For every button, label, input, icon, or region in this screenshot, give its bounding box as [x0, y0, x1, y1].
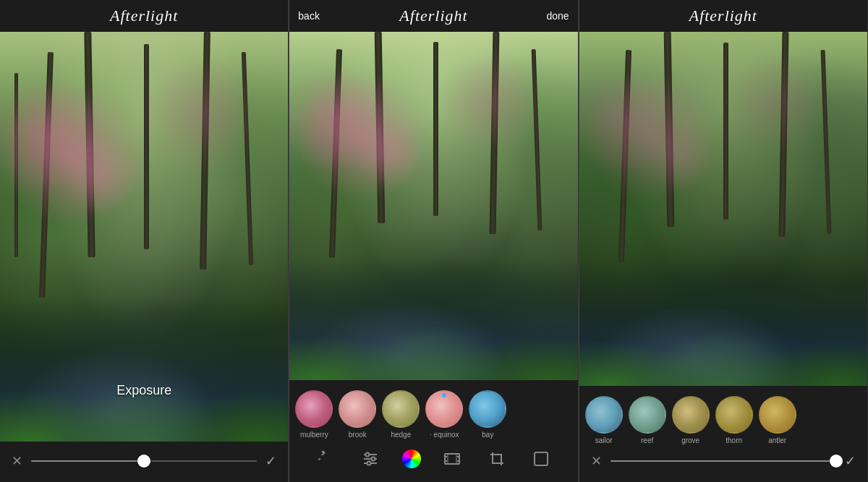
- filter-label-antler: antler: [768, 436, 786, 444]
- equinox-dot: [442, 393, 446, 397]
- filter-row-2: mulberry brook hedge · equinox bay: [289, 386, 577, 442]
- filter-label-equinox: · equinox: [430, 431, 459, 439]
- panel-1: Afterlight Exposure ✕ ✓: [0, 0, 289, 482]
- filter-label-thorn: thorn: [726, 436, 742, 444]
- check-icon-3[interactable]: ✓: [845, 453, 856, 469]
- svg-point-5: [367, 462, 371, 465]
- app-title-1: Afterlight: [110, 7, 178, 25]
- filter-thumb-equinox[interactable]: [425, 390, 463, 428]
- filter-label-bay: bay: [482, 431, 493, 439]
- forest-image-1: [0, 32, 288, 442]
- film-tool[interactable]: [439, 446, 465, 472]
- filter-thumb-thorn[interactable]: [715, 396, 753, 434]
- exposure-label: Exposure: [0, 383, 288, 398]
- slider-bar-1: ✕ ✓: [0, 447, 288, 475]
- slider-bar-3: ✕ ✓: [579, 447, 867, 475]
- header-3: Afterlight: [579, 0, 867, 32]
- foliage-3: [579, 280, 867, 386]
- filter-grove[interactable]: grove: [672, 396, 710, 444]
- panel-3: Afterlight sailor reef grove: [579, 0, 868, 482]
- panel-2: back Afterlight done mulberry brook: [289, 0, 578, 482]
- app-title-3: Afterlight: [689, 7, 757, 25]
- square-tool[interactable]: [528, 446, 554, 472]
- filter-thumb-antler[interactable]: [759, 396, 796, 434]
- svg-rect-8: [445, 460, 447, 462]
- bottom-bar-2: mulberry brook hedge · equinox bay: [289, 380, 577, 482]
- svg-rect-7: [445, 456, 447, 457]
- close-icon-1[interactable]: ✕: [12, 453, 22, 469]
- bottom-bar-1: ✕ ✓: [0, 442, 288, 482]
- filter-sailor[interactable]: sailor: [585, 396, 623, 444]
- check-icon-1[interactable]: ✓: [265, 453, 276, 469]
- filter-thumb-reef[interactable]: [629, 396, 666, 434]
- foliage-1: [0, 319, 288, 442]
- svg-rect-13: [535, 452, 548, 465]
- crop-tool[interactable]: [484, 446, 510, 472]
- filter-reef[interactable]: reef: [629, 396, 666, 444]
- photo-area-3: [579, 32, 867, 386]
- filter-row-3: sailor reef grove thorn antler: [579, 392, 867, 447]
- filter-thumb-brook[interactable]: [339, 390, 376, 428]
- slider-fill-3: [610, 460, 836, 462]
- header-1: Afterlight: [0, 0, 288, 32]
- filter-mulberry[interactable]: mulberry: [295, 390, 333, 439]
- slider-track-3[interactable]: [610, 460, 836, 462]
- filter-label-brook: brook: [349, 431, 367, 439]
- filter-label-grove: grove: [681, 436, 699, 444]
- filter-label-sailor: sailor: [595, 436, 613, 444]
- filter-label-reef: reef: [641, 436, 653, 444]
- filter-thorn[interactable]: thorn: [715, 396, 753, 444]
- filter-hedge[interactable]: hedge: [382, 390, 420, 439]
- photo-area-1: Exposure: [0, 32, 288, 442]
- filter-equinox[interactable]: · equinox: [425, 390, 463, 439]
- filter-thumb-mulberry[interactable]: [295, 390, 333, 428]
- filter-antler[interactable]: antler: [759, 396, 796, 444]
- back-button[interactable]: back: [289, 10, 328, 22]
- filter-label-mulberry: mulberry: [300, 431, 328, 439]
- svg-point-4: [372, 457, 375, 461]
- done-button[interactable]: done: [538, 10, 578, 22]
- slider-track-1[interactable]: [31, 460, 257, 462]
- svg-rect-9: [457, 456, 459, 457]
- filter-thumb-hedge[interactable]: [382, 390, 420, 428]
- sliders-tool[interactable]: [357, 446, 383, 472]
- svg-rect-6: [445, 454, 459, 464]
- close-icon-3[interactable]: ✕: [591, 453, 602, 469]
- app-title-2: Afterlight: [399, 7, 467, 25]
- svg-rect-10: [457, 460, 459, 462]
- foliage-2: [289, 275, 577, 380]
- tool-row-2: [289, 442, 577, 475]
- forest-image-3: [579, 32, 867, 386]
- filter-thumb-sailor[interactable]: [585, 396, 623, 434]
- slider-fill-1: [31, 460, 144, 462]
- forest-image-2: [289, 32, 577, 380]
- filter-thumb-bay[interactable]: [469, 390, 506, 428]
- color-wheel-tool[interactable]: [402, 449, 421, 468]
- filter-brook[interactable]: brook: [339, 390, 376, 439]
- slider-thumb-1[interactable]: [137, 455, 150, 468]
- photo-area-2: [289, 32, 577, 380]
- header-2: back Afterlight done: [289, 0, 577, 32]
- filter-bay[interactable]: bay: [469, 390, 506, 439]
- slider-thumb-3[interactable]: [830, 455, 843, 468]
- svg-point-3: [366, 453, 370, 457]
- rotate-tool[interactable]: [313, 446, 339, 472]
- bottom-bar-3: sailor reef grove thorn antler ✕: [579, 386, 867, 482]
- filter-label-hedge: hedge: [391, 431, 411, 439]
- filter-thumb-grove[interactable]: [672, 396, 710, 434]
